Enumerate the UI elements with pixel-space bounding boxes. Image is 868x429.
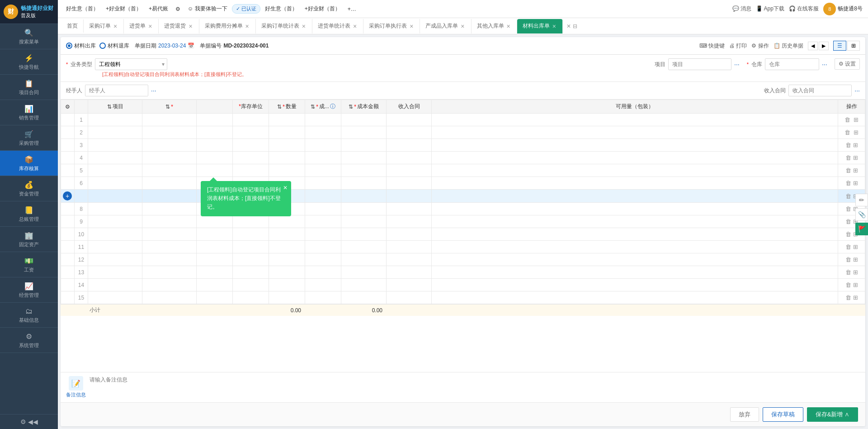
- row-material-3[interactable]: [142, 139, 197, 152]
- tab-purchase-order-close[interactable]: ×: [113, 22, 118, 31]
- float-flag-btn[interactable]: 🚩: [855, 223, 868, 235]
- radio-return[interactable]: 材料退库: [99, 42, 129, 50]
- float-edit-btn[interactable]: ✏: [855, 194, 868, 206]
- row-cost-amount-5[interactable]: [341, 164, 387, 177]
- tab-purchase-exec-close[interactable]: ×: [409, 22, 414, 31]
- row-stock-unit-1[interactable]: [233, 114, 269, 126]
- th-quantity-sort-icon[interactable]: ⇅: [277, 104, 282, 110]
- sidebar-item-sales[interactable]: 📊销售管理: [0, 100, 58, 125]
- project-dots[interactable]: ···: [734, 61, 740, 68]
- row-revenue-3[interactable]: [387, 139, 432, 152]
- radio-outbound[interactable]: 材料出库: [66, 42, 96, 50]
- tab-incoming-close[interactable]: ×: [147, 22, 153, 31]
- list-view-btn[interactable]: ☰: [833, 41, 846, 51]
- sidebar-settings-icon[interactable]: ⚙: [20, 418, 26, 425]
- row-quantity-1[interactable]: [269, 114, 305, 126]
- th-cost-amount-sort-icon[interactable]: ⇅: [349, 104, 353, 110]
- delete-icon-6[interactable]: 🗑: [845, 180, 851, 186]
- delete-icon-3[interactable]: 🗑: [845, 142, 851, 148]
- row-cost-4[interactable]: [305, 152, 341, 164]
- row-project-7[interactable]: [88, 190, 142, 203]
- row-project-5[interactable]: [88, 164, 142, 177]
- table-settings-icon[interactable]: ⚙: [65, 104, 70, 110]
- topbar-link-yidaipei[interactable]: +易代账: [146, 3, 171, 14]
- settings-btn[interactable]: ⚙ 设置: [835, 58, 860, 70]
- row-material-1[interactable]: [142, 114, 197, 126]
- tab-purchase-exec[interactable]: 采购订单执行表 ×: [363, 19, 420, 33]
- revenue-contract-input[interactable]: [788, 85, 852, 96]
- operation-btn[interactable]: ⚙ 操作: [751, 42, 769, 50]
- sidebar-item-inventory[interactable]: 📦库存核算: [0, 151, 58, 176]
- tab-other-in[interactable]: 其他入库单 ×: [472, 19, 517, 33]
- delete-icon-15[interactable]: 🗑: [845, 294, 851, 301]
- row-available-1[interactable]: [432, 114, 838, 126]
- sidebar-item-operations[interactable]: 📈经营管理: [0, 277, 58, 303]
- delete-icon-1[interactable]: 🗑: [844, 116, 850, 123]
- row-cost-amount-3[interactable]: [341, 139, 387, 152]
- row-revenue-6[interactable]: [387, 177, 432, 190]
- handler-input[interactable]: [85, 85, 148, 96]
- topbar-link-haoshengyi[interactable]: 好生意（首）: [63, 3, 101, 14]
- row-available-3[interactable]: [432, 139, 838, 152]
- grid-view-btn[interactable]: ⊞: [847, 41, 860, 51]
- float-attach-btn[interactable]: 📎: [855, 208, 868, 221]
- copy-icon-3[interactable]: ⊞: [853, 142, 858, 148]
- row-material-2[interactable]: [142, 126, 197, 139]
- sidebar-item-salary[interactable]: 💵工资: [0, 252, 58, 277]
- close-all-icon[interactable]: ✕: [566, 23, 571, 29]
- tab-incoming-return[interactable]: 进货退货 ×: [159, 19, 199, 33]
- tab-incoming[interactable]: 进货单 ×: [124, 19, 159, 33]
- row-revenue-4[interactable]: [387, 152, 432, 164]
- sidebar-item-search[interactable]: 🔍搜索菜单: [0, 24, 58, 49]
- save-draft-btn[interactable]: 保存草稿: [763, 407, 803, 422]
- delete-icon-4[interactable]: 🗑: [845, 154, 851, 161]
- sidebar-item-quick_nav[interactable]: ⚡快捷导航: [0, 49, 58, 75]
- row-stock-unit-2[interactable]: [233, 126, 269, 139]
- row-cost-5[interactable]: [305, 164, 341, 177]
- th-project-sort-icon[interactable]: ⇅: [107, 104, 112, 110]
- topbar-link-hs2[interactable]: 好生意（首）: [262, 3, 300, 14]
- row-spec-3[interactable]: [197, 139, 233, 152]
- topbar-link-more[interactable]: +…: [345, 4, 359, 14]
- row-available-2[interactable]: [432, 126, 838, 139]
- sidebar-item-system[interactable]: ⚙系统管理: [0, 328, 58, 353]
- notes-input[interactable]: [90, 376, 860, 399]
- calendar-icon[interactable]: 📅: [188, 43, 194, 49]
- row-revenue-7[interactable]: [387, 190, 432, 203]
- row-project-4[interactable]: [88, 152, 142, 164]
- row-available-5[interactable]: [432, 164, 838, 177]
- topbar-settings-icon[interactable]: ⚙: [173, 4, 183, 14]
- business-type-input[interactable]: [95, 58, 167, 70]
- row-stock-unit-4[interactable]: [233, 152, 269, 164]
- topbar-link-haoyecai[interactable]: +好业财（首）: [103, 3, 144, 14]
- topbar-link-hyc2[interactable]: +好业财（首）: [302, 3, 343, 14]
- delete-icon-11[interactable]: 🗑: [845, 243, 851, 250]
- row-spec-2[interactable]: [197, 126, 233, 139]
- tab-material-out[interactable]: 材料出库单 ×: [517, 19, 563, 33]
- delete-icon-14[interactable]: 🗑: [845, 281, 851, 288]
- copy-icon-6[interactable]: ⊞: [853, 180, 858, 186]
- tab-purchase-expense-close[interactable]: ×: [245, 22, 250, 31]
- row-cost-2[interactable]: [305, 126, 341, 139]
- row-cost-6[interactable]: [305, 177, 341, 190]
- tab-other-in-close[interactable]: ×: [506, 22, 511, 31]
- copy-icon-4[interactable]: ⊞: [853, 154, 858, 161]
- copy-icon-1[interactable]: ⊞: [854, 116, 859, 123]
- tab-home[interactable]: 首页: [61, 19, 84, 33]
- sidebar-collapse-icon[interactable]: ◀◀: [28, 418, 38, 425]
- prev-record-btn[interactable]: ◀: [808, 42, 818, 50]
- row-revenue-5[interactable]: [387, 164, 432, 177]
- row-cost-amount-1[interactable]: [341, 114, 387, 126]
- row-revenue-1[interactable]: [387, 114, 432, 126]
- row-stock-unit-5[interactable]: [233, 164, 269, 177]
- add-row-btn[interactable]: +: [63, 191, 72, 200]
- row-quantity-3[interactable]: [269, 139, 305, 152]
- row-quantity-2[interactable]: [269, 126, 305, 139]
- row-material-7[interactable]: [142, 190, 197, 203]
- row-available-7[interactable]: [432, 190, 838, 203]
- tab-purchase-stat-close[interactable]: ×: [301, 22, 307, 31]
- tab-purchase-stat[interactable]: 采购订单统计表 ×: [256, 19, 312, 33]
- sidebar-item-fixed_assets[interactable]: 🏢固定资产: [0, 227, 58, 252]
- warehouse-input[interactable]: [765, 58, 819, 70]
- row-spec-1[interactable]: [197, 114, 233, 126]
